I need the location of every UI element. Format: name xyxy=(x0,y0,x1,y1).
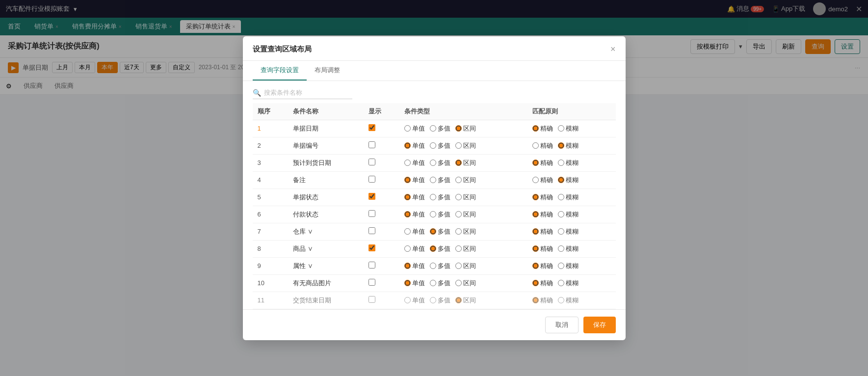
dialog-tab-layout[interactable]: 布局调整 xyxy=(307,61,348,81)
overlay: 设置查询区域布局 × 查询字段设置 布局调整 🔍 顺序 条件名称 显示 xyxy=(0,0,868,95)
dialog: 设置查询区域布局 × 查询字段设置 布局调整 🔍 顺序 条件名称 显示 xyxy=(243,36,626,95)
search-input[interactable] xyxy=(264,89,352,95)
dialog-search-wrap: 🔍 xyxy=(243,81,626,95)
dialog-tabs: 查询字段设置 布局调整 xyxy=(243,61,626,81)
search-input-wrap: 🔍 xyxy=(253,87,352,95)
dialog-header: 设置查询区域布局 × xyxy=(243,36,626,61)
dialog-title: 设置查询区域布局 xyxy=(253,45,312,54)
dialog-close-button[interactable]: × xyxy=(610,44,616,54)
dialog-tab-query-fields[interactable]: 查询字段设置 xyxy=(253,61,307,81)
search-icon: 🔍 xyxy=(253,89,261,95)
